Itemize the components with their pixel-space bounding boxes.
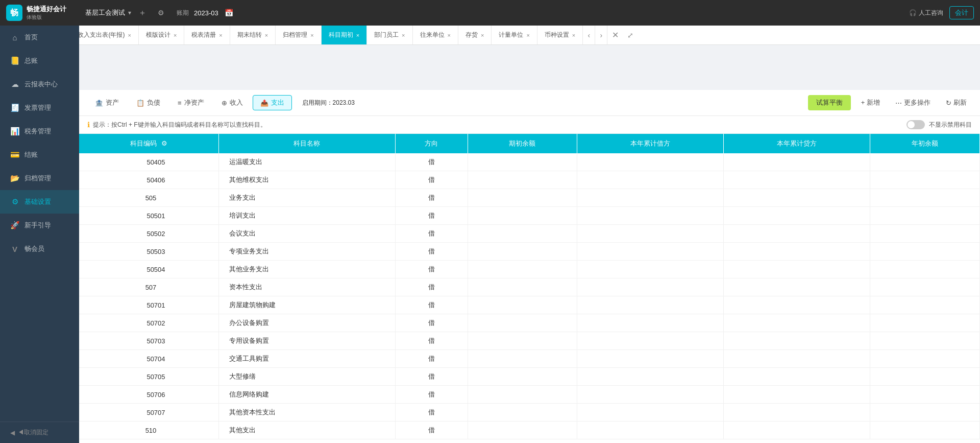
tab-currency[interactable]: 币种设置 × <box>537 26 583 45</box>
gear-icon: ⚙ <box>10 197 19 206</box>
sidebar-item-ledger[interactable]: 📒 总账 <box>0 49 79 73</box>
cell-credit <box>724 314 870 332</box>
tab-dept[interactable]: 部门员工 × <box>367 26 412 45</box>
filter-tab-expense[interactable]: 📤 支出 <box>253 95 292 110</box>
tab-template[interactable]: 模版设计 × <box>139 26 184 45</box>
filter-label: 资产 <box>106 98 119 107</box>
collapse-icon: ◀ <box>10 429 15 436</box>
cell-balance <box>468 314 577 332</box>
cell-debit <box>577 296 724 314</box>
table-row[interactable]: 50504 其他业务支出 借 <box>79 261 980 278</box>
table-row[interactable]: 510 其他支出 借 <box>79 422 980 439</box>
company-dropdown-icon[interactable]: ▾ <box>128 9 131 16</box>
cell-code: 507 <box>79 278 218 296</box>
cell-code: 50702 <box>79 314 218 332</box>
tab-subject-init[interactable]: 科目期初 × <box>322 26 367 45</box>
logo-text: 畅捷通好会计 体验版 <box>27 5 66 21</box>
sidebar-item-home[interactable]: ⌂ 首页 <box>0 26 79 49</box>
table-row[interactable]: 50701 房屋建筑物购建 借 <box>79 296 980 314</box>
sidebar-item-member[interactable]: V 畅会员 <box>0 237 79 261</box>
company-name[interactable]: 基层工会测试 <box>85 8 125 17</box>
more-actions-button[interactable]: ⋯ 更多操作 <box>890 95 936 110</box>
tab-tax[interactable]: 税表清册 × <box>184 26 230 45</box>
table-row[interactable]: 50704 交通工具购置 借 <box>79 350 980 368</box>
tab-period-end[interactable]: 期末结转 × <box>230 26 276 45</box>
table-row[interactable]: 50501 培训支出 借 <box>79 207 980 225</box>
sidebar-item-guide[interactable]: 🚀 新手引导 <box>0 214 79 237</box>
add-button[interactable]: + 新增 <box>856 95 885 110</box>
tab-label: 归档管理 <box>283 31 307 39</box>
tab-close-icon[interactable]: × <box>481 32 484 38</box>
sidebar-item-archive[interactable]: 📂 归档管理 <box>0 167 79 190</box>
sidebar-item-close[interactable]: 💳 结账 <box>0 143 79 167</box>
table-row[interactable]: 50503 专项业务支出 借 <box>79 243 980 261</box>
cell-direction: 借 <box>395 171 468 189</box>
table-row[interactable]: 50406 其他维权支出 借 <box>79 171 980 189</box>
tab-next-button[interactable]: › <box>595 26 607 45</box>
account-button[interactable]: 会计 <box>949 6 974 19</box>
tab-report-year[interactable]: 收入支出表(年报) × <box>70 26 138 45</box>
cell-name: 运温暖支出 <box>218 153 395 171</box>
table-row[interactable]: 50703 专用设备购置 借 <box>79 332 980 350</box>
sidebar-collapse-button[interactable]: ◀ ◀取消固定 <box>0 422 79 443</box>
help-button[interactable]: 🎧 人工咨询 <box>909 9 943 17</box>
tab-close-icon[interactable]: × <box>265 32 268 38</box>
sidebar-item-tax[interactable]: 📊 税务管理 <box>0 120 79 143</box>
cell-direction: 借 <box>395 189 468 207</box>
cell-debit <box>577 368 724 386</box>
tab-contact[interactable]: 往来单位 × <box>413 26 458 45</box>
cell-year-balance <box>870 171 980 189</box>
col-code-settings-icon[interactable]: ⚙ <box>161 139 167 147</box>
table-row[interactable]: 507 资本性支出 借 <box>79 278 980 296</box>
add-company-button[interactable]: ＋ <box>138 8 146 18</box>
filter-tab-asset[interactable]: 🏦 资产 <box>87 95 127 110</box>
tab-close-icon[interactable]: × <box>356 32 359 38</box>
col-direction: 方向 <box>395 134 468 153</box>
table-container: 科目编码 ⚙ 科目名称 方向 期初余额 本年累计借方 <box>79 134 980 443</box>
filter-tab-netasset[interactable]: ≡ 净资产 <box>170 95 212 110</box>
tab-archive[interactable]: 归档管理 × <box>276 26 321 45</box>
sidebar-item-settings[interactable]: ⚙ 基础设置 <box>0 190 79 214</box>
cell-balance <box>468 261 577 278</box>
cell-credit <box>724 225 870 243</box>
tab-close-icon[interactable]: × <box>448 32 451 38</box>
table-row[interactable]: 505 业务支出 借 <box>79 189 980 207</box>
tab-close-icon[interactable]: × <box>310 32 313 38</box>
filter-label: 收入 <box>230 98 243 107</box>
tab-expand-button[interactable]: ⤢ <box>623 26 638 45</box>
table-row[interactable]: 50706 信息网络购建 借 <box>79 386 980 404</box>
toggle-disabled-subjects[interactable] <box>906 120 925 129</box>
cell-direction: 借 <box>395 207 468 225</box>
tab-inventory[interactable]: 存货 × <box>458 26 492 45</box>
tab-close-icon[interactable]: × <box>572 32 575 38</box>
cell-debit <box>577 207 724 225</box>
tab-prev-button[interactable]: ‹ <box>583 26 595 45</box>
tab-close-icon[interactable]: × <box>128 32 131 38</box>
sidebar-item-reports[interactable]: ☁ 云报表中心 <box>0 73 79 96</box>
tab-close-all-button[interactable]: ✕ <box>607 26 623 45</box>
filter-tab-income[interactable]: ⊕ 收入 <box>214 95 251 110</box>
table-row[interactable]: 50707 其他资本性支出 借 <box>79 404 980 422</box>
calc-balance-button[interactable]: 试算平衡 <box>808 95 851 110</box>
sidebar-label: 新手引导 <box>24 221 51 230</box>
filter-tab-liability[interactable]: 📋 负债 <box>129 95 168 110</box>
table-row[interactable]: 50405 运温暖支出 借 <box>79 153 980 171</box>
table-row[interactable]: 50705 大型修缮 借 <box>79 368 980 386</box>
cell-name: 其他资本性支出 <box>218 404 395 422</box>
tab-close-icon[interactable]: × <box>219 32 222 38</box>
tab-unit[interactable]: 计量单位 × <box>492 26 537 45</box>
tab-close-icon[interactable]: × <box>402 32 405 38</box>
table-row[interactable]: 50702 办公设备购置 借 <box>79 314 980 332</box>
calendar-icon[interactable]: 📅 <box>225 9 233 17</box>
sidebar-item-invoice[interactable]: 🧾 发票管理 <box>0 96 79 120</box>
tab-close-icon[interactable]: × <box>174 32 177 38</box>
cell-name: 资本性支出 <box>218 278 395 296</box>
cell-direction: 借 <box>395 314 468 332</box>
settings-icon[interactable]: ⚙ <box>158 9 164 17</box>
cell-direction: 借 <box>395 225 468 243</box>
cell-balance <box>468 153 577 171</box>
tab-close-icon[interactable]: × <box>526 32 529 38</box>
cell-name: 专用设备购置 <box>218 332 395 350</box>
table-row[interactable]: 50502 会议支出 借 <box>79 225 980 243</box>
refresh-button[interactable]: ↻ 刷新 <box>941 95 972 110</box>
